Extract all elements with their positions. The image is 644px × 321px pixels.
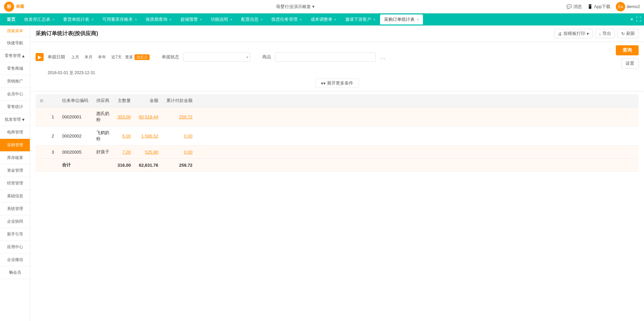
tab-shoufahuizong-label: 收发存汇总表 [24, 16, 50, 22]
tab-yaoqingxiayouke[interactable]: 邀请下游客户 × [341, 14, 379, 24]
row-amount: 525.80 [135, 146, 162, 159]
app-label: App下载 [594, 4, 610, 10]
tab-gongnengshuo-close-icon[interactable]: × [230, 17, 232, 21]
date-shortcut-more[interactable]: 更多 [125, 54, 133, 60]
tab-shoufahuizong[interactable]: 收发存汇总表 × [20, 14, 58, 24]
sidebar-qiye-label: 企业协同 [7, 219, 23, 224]
tab-yaohuodantongji[interactable]: 要货单统计表 × [59, 14, 97, 24]
date-shortcut-last-month[interactable]: 上月 [69, 54, 81, 61]
sidebar-item-jichuxinxi[interactable]: 基础信息 [0, 190, 30, 203]
sidebar-item-kuaijiedaohang[interactable]: 快捷导航 [0, 37, 30, 50]
row-settings-cell[interactable] [36, 146, 48, 159]
user-avatar-text: Ea [618, 4, 623, 9]
row-index: 2 [48, 126, 58, 146]
sidebar-item-changhui[interactable]: 畅会员 [0, 266, 30, 279]
sidebar-item-dianshanguanli[interactable]: 电商管理 [0, 126, 30, 139]
sidebar-item-yingxiaotuiguang[interactable]: 营销推广 [0, 75, 30, 88]
refresh-button[interactable]: ↻ 刷新 [618, 29, 639, 38]
status-select[interactable] [183, 52, 250, 62]
tab-chengbentiaozhen-label: 成本调整单 [311, 16, 332, 22]
col-unit-code-header: 往来单位编码 [58, 94, 92, 107]
tab-baobaoqixian-close-icon[interactable]: × [169, 17, 171, 21]
query-button[interactable]: 查询 [616, 45, 639, 55]
row-paid-amount: 0.00 [162, 146, 197, 159]
row-settings-cell[interactable] [36, 126, 48, 146]
status-select-wrapper: ▾ [183, 52, 250, 62]
sidebar-item-sousuoyingdan[interactable]: 搜索菜单 [0, 25, 30, 37]
col-settings-header[interactable]: ⚙ [36, 94, 48, 107]
app-download-button[interactable]: 📱 App下载 [587, 4, 610, 10]
sidebar-item-caigouguanli[interactable]: 采购管理 [0, 139, 30, 152]
expand-more-button[interactable]: ▾▾ 展开更多条件 [315, 78, 359, 88]
app-icon: 📱 [587, 4, 593, 9]
row-unit-code: 00020002 [58, 126, 92, 146]
tab-yaoqingxiayouke-label: 邀请下游客户 [345, 16, 371, 22]
date-shortcut-this-month[interactable]: 本月 [83, 54, 95, 61]
sidebar-item-zijinguanli[interactable]: 资金管理 [0, 164, 30, 177]
tab-keyongliangkucun-close-icon[interactable]: × [135, 17, 137, 21]
tab-peizhixinxi-close-icon[interactable]: × [261, 17, 263, 21]
settings-button[interactable]: 设置 [621, 58, 639, 69]
tab-home[interactable]: 首页 [3, 14, 19, 24]
export-label: 导出 [602, 31, 611, 37]
filter-toggle-button[interactable]: ▶ [36, 53, 44, 61]
tab-peizhixinxi[interactable]: 配置信息 × [237, 14, 267, 24]
filter-date-range: 2016-01-01 至 2023-12-31 [48, 70, 95, 76]
sidebar-item-jingyinguanli[interactable]: 经营管理 [0, 177, 30, 190]
sidebar-item-yingyongzhongxin[interactable]: 应用中心 [0, 241, 30, 254]
sidebar-kucun-label: 库存核算 [7, 155, 23, 160]
date-custom-badge[interactable]: 自定义 [135, 54, 150, 60]
sidebar-item-pifaguanli[interactable]: 批发管理 ▼ [0, 113, 30, 126]
date-shortcut-this-year[interactable]: 本年 [96, 54, 108, 61]
sidebar-changhui-label: 畅会员 [9, 270, 21, 275]
tab-yaohuodantongji-label: 要货单统计表 [63, 16, 89, 22]
sidebar-item-qiyeweixin[interactable]: 企业微信 [0, 254, 30, 266]
tab-baobaoqixian[interactable]: 保质期查询 × [142, 14, 175, 24]
logo-text: 标题 [16, 4, 24, 9]
print-button[interactable]: 🖨 按模板打印 ▾ [554, 29, 593, 38]
row-supplier: 好孩子 [92, 146, 113, 159]
close-all-icon[interactable]: × [630, 16, 633, 22]
goods-more-icon[interactable]: … [380, 54, 386, 60]
sidebar-item-huiyuanzhongxin[interactable]: 会员中心 [0, 88, 30, 101]
sidebar-item-xinshouyindao[interactable]: 新手引导 [0, 228, 30, 241]
message-icon: 💬 [567, 4, 572, 9]
message-button[interactable]: 💬 消息 [567, 4, 582, 10]
export-button[interactable]: ↓ 导出 [595, 29, 615, 38]
tab-gongnengshuo[interactable]: 功能说明 × [207, 14, 236, 24]
tab-shoufahuizong-close-icon[interactable]: × [52, 17, 54, 21]
sidebar-item-lingshoushangyebiaooti[interactable]: 零售管理 ▲ [0, 50, 30, 62]
sidebar-yingyong-label: 应用中心 [7, 245, 23, 249]
sidebar-item-lingshoutongji[interactable]: 零售统计 [0, 101, 30, 113]
workspace-selector[interactable]: 母婴行业演示账套 ▾ [276, 4, 315, 10]
tab-chaochuyujing[interactable]: 超储预警 × [176, 14, 206, 24]
page-title: 采购订单统计表(按供应商) [36, 30, 98, 37]
logo-letter: 标 [7, 4, 11, 10]
sidebar-item-qiyexietong[interactable]: 企业协同 [0, 215, 30, 228]
row-settings-cell[interactable] [36, 107, 48, 126]
tab-paihuorenwu[interactable]: 拣货任务管理 × [267, 14, 306, 24]
tab-chengbentiaozhen-close-icon[interactable]: × [334, 17, 336, 21]
sidebar-pifa-label: 批发管理 [5, 117, 21, 122]
user-area[interactable]: Ea demo2 [616, 2, 640, 11]
sidebar-item-kucunhecuan[interactable]: 库存核算 [0, 152, 30, 164]
tab-yaohuodantongji-close-icon[interactable]: × [91, 17, 93, 21]
table-row: 3 00020005 好孩子 7.00 525.80 0.00 [36, 146, 639, 159]
fullscreen-icon[interactable]: ⛶ [636, 16, 641, 22]
table-row: 1 00020001 惠氏奶粉 303.00 60,519.44 259.72 [36, 107, 639, 126]
tab-keyongliangkucun[interactable]: 可用量库存账本 × [98, 14, 141, 24]
tab-chaochuyujing-close-icon[interactable]: × [200, 17, 202, 21]
date-shortcut-7days[interactable]: 近7天 [109, 54, 124, 61]
sidebar-item-lingshoushangyebiaooti2[interactable]: 零售商城 [0, 62, 30, 75]
sidebar-item-xitonguanli[interactable]: 系统管理 [0, 203, 30, 215]
tab-chaochuyujing-label: 超储预警 [180, 16, 198, 22]
tab-caigoudingtantongji-close-icon[interactable]: × [417, 17, 419, 21]
goods-input[interactable] [275, 52, 376, 62]
sidebar-pifa-arrow-icon: ▼ [21, 117, 25, 122]
tab-paihuorenwu-close-icon[interactable]: × [300, 17, 302, 21]
tab-chengbentiaozhen[interactable]: 成本调整单 × [307, 14, 340, 24]
tab-yaoqingxiayouke-close-icon[interactable]: × [373, 17, 375, 21]
tab-caigoudingtantongji[interactable]: 采购订单统计表 × [380, 14, 423, 24]
filter-area: ▶ 单据日期 上月 本月 本年 近7天 更多 自定义 单据状态 ▾ [30, 42, 644, 92]
sidebar-lingshou-arrow-icon: ▲ [21, 54, 25, 58]
